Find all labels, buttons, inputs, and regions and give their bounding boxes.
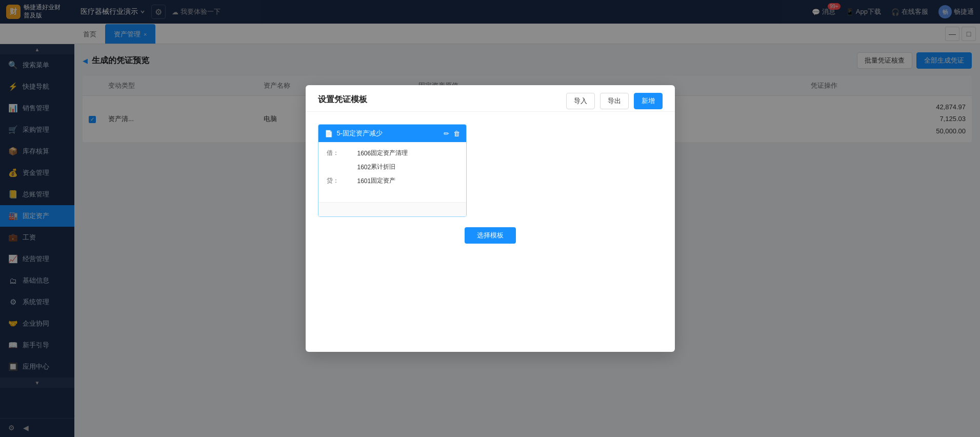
entry-code-0: 1606 bbox=[357, 150, 371, 157]
modal-toolbar: 导入 导出 新增 bbox=[566, 93, 663, 109]
template-name: 5-固定资产减少 bbox=[337, 129, 383, 138]
modal-header: 设置凭证模板 × 导入 导出 新增 bbox=[306, 85, 675, 112]
modal-body: 📄 5-固定资产减少 ✏ 🗑 借： 1606 固定资产清理 bbox=[306, 112, 675, 352]
entry-direction-2: 贷： bbox=[327, 176, 357, 185]
template-card-body: 借： 1606 固定资产清理 1602 累计折旧 贷： 1601 固定资产 bbox=[318, 142, 466, 202]
template-delete-icon[interactable]: 🗑 bbox=[453, 130, 460, 137]
modal-overlay: 设置凭证模板 × 导入 导出 新增 📄 5-固定资产减少 ✏ 🗑 bbox=[0, 0, 980, 437]
template-doc-icon: 📄 bbox=[325, 130, 333, 137]
import-button[interactable]: 导入 bbox=[566, 93, 595, 109]
template-entry-2: 贷： 1601 固定资产 bbox=[318, 174, 466, 188]
entry-name-2: 固定资产 bbox=[371, 176, 395, 185]
set-template-modal: 设置凭证模板 × 导入 导出 新增 📄 5-固定资产减少 ✏ 🗑 bbox=[306, 85, 675, 352]
entry-code-1: 1602 bbox=[357, 164, 371, 171]
new-button[interactable]: 新增 bbox=[634, 93, 663, 109]
entry-direction-0: 借： bbox=[327, 149, 357, 157]
template-entry-0: 借： 1606 固定资产清理 bbox=[318, 146, 466, 160]
entry-name-1: 累计折旧 bbox=[371, 163, 395, 171]
select-template-button[interactable]: 选择模板 bbox=[465, 227, 516, 244]
entry-name-0: 固定资产清理 bbox=[371, 149, 408, 157]
export-button[interactable]: 导出 bbox=[600, 93, 629, 109]
template-card-header: 📄 5-固定资产减少 ✏ 🗑 bbox=[318, 125, 466, 142]
entry-code-2: 1601 bbox=[357, 177, 371, 185]
template-card: 📄 5-固定资产减少 ✏ 🗑 借： 1606 固定资产清理 bbox=[318, 124, 467, 217]
modal-title: 设置凭证模板 bbox=[318, 94, 367, 105]
template-entry-1: 1602 累计折旧 bbox=[318, 160, 466, 174]
template-entry-empty bbox=[318, 188, 466, 198]
template-card-footer bbox=[318, 202, 466, 216]
template-edit-icon[interactable]: ✏ bbox=[444, 130, 449, 137]
